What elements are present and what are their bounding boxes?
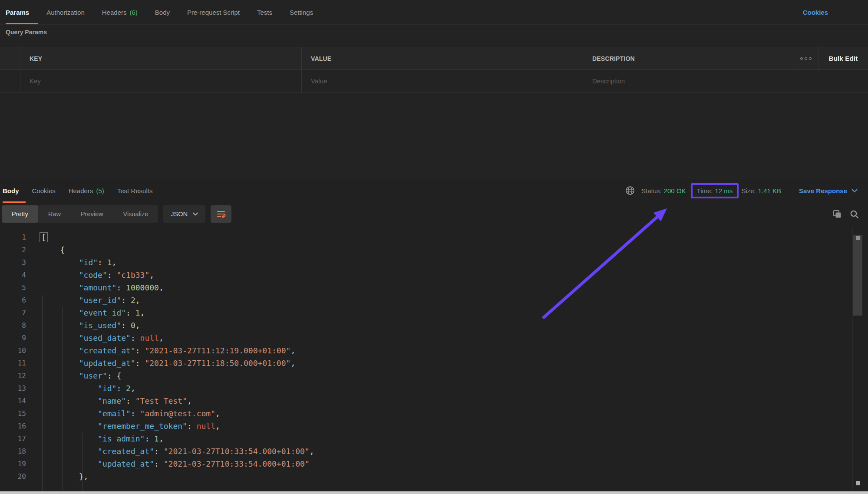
save-response-button[interactable]: Save Response: [799, 187, 858, 194]
code-line[interactable]: 17 "is_admin": 1,: [0, 432, 868, 445]
window-bottom-edge: [0, 491, 868, 494]
view-tab-visualize[interactable]: Visualize: [113, 205, 158, 223]
param-select-column-header: [0, 47, 20, 70]
line-number: 8: [0, 319, 26, 332]
line-number: 3: [0, 256, 26, 269]
code-line[interactable]: 19 "updated_at": "2021-03-27T10:33:54.00…: [0, 458, 868, 470]
code-line[interactable]: 13 "id": 2,: [0, 382, 868, 395]
network-globe-icon[interactable]: [625, 185, 635, 196]
line-number: 18: [0, 445, 26, 458]
response-body-editor[interactable]: 1[2 {3 "id": 1,4 "code": "c1b33",5 "amou…: [0, 225, 868, 491]
code-line[interactable]: 14 "name": "Test Test",: [0, 395, 868, 407]
param-key-input[interactable]: [20, 77, 301, 85]
request-tabs: Params Authorization Headers (6) Body Pr…: [0, 0, 322, 24]
tab-settings[interactable]: Settings: [281, 0, 322, 24]
params-more-options-button[interactable]: [793, 47, 818, 70]
response-headers-count-badge: (5): [96, 187, 104, 194]
response-pane: Body Cookies Headers (5) Test Results: [0, 178, 868, 494]
code-line[interactable]: 9 "used_date": null,: [0, 332, 868, 344]
param-description-input[interactable]: [583, 77, 868, 85]
copy-icon[interactable]: [832, 209, 842, 219]
param-row-select-cell[interactable]: [0, 70, 20, 92]
more-options-icon: [800, 57, 812, 60]
wrap-text-icon: [216, 209, 226, 219]
code-line[interactable]: 5 "amount": 1000000,: [0, 281, 868, 294]
response-tab-cookies-label: Cookies: [32, 187, 56, 194]
line-number: 12: [0, 369, 26, 382]
code-text: "name": "Test Test",: [26, 395, 192, 407]
response-tab-cookies[interactable]: Cookies: [26, 178, 62, 203]
code-text: "used_date": null,: [26, 332, 164, 344]
code-text: "user": {: [26, 369, 121, 382]
code-text: "code": "c1b33",: [26, 269, 154, 281]
code-line[interactable]: 3 "id": 1,: [0, 256, 868, 269]
request-tab-bar: Params Authorization Headers (6) Body Pr…: [0, 0, 868, 25]
view-tab-pretty[interactable]: Pretty: [2, 205, 38, 223]
param-value-cell: [302, 70, 583, 92]
tab-pre-request-script[interactable]: Pre-request Script: [178, 0, 248, 24]
line-number: 14: [0, 395, 26, 407]
column-header-key: KEY: [20, 47, 302, 70]
tab-body[interactable]: Body: [146, 0, 178, 24]
code-text: "is_admin": 1,: [26, 432, 164, 445]
code-line[interactable]: 11 "updated_at": "2021-03-27T11:18:50.00…: [0, 357, 868, 369]
size-label: Size:: [741, 187, 756, 194]
code-lines: 1[2 {3 "id": 1,4 "code": "c1b33",5 "amou…: [0, 225, 868, 483]
code-text: "remember_me_token": null,: [26, 420, 220, 432]
code-line[interactable]: 1[: [0, 231, 868, 244]
response-tab-body[interactable]: Body: [3, 178, 26, 203]
code-text: },: [26, 470, 88, 483]
column-header-value: VALUE: [302, 47, 583, 70]
search-icon[interactable]: [849, 209, 859, 219]
wrap-text-button[interactable]: [211, 205, 231, 223]
response-header: Body Cookies Headers (5) Test Results: [0, 178, 868, 203]
code-line[interactable]: 6 "user_id": 2,: [0, 294, 868, 306]
code-line[interactable]: 8 "is_used": 0,: [0, 319, 868, 332]
tab-headers[interactable]: Headers (6): [93, 0, 146, 24]
code-line[interactable]: 7 "event_id": 1,: [0, 306, 868, 319]
tab-params[interactable]: Params: [6, 0, 38, 24]
tab-tests[interactable]: Tests: [248, 0, 281, 24]
meta-divider: [790, 185, 790, 196]
tab-pre-request-script-label: Pre-request Script: [187, 9, 240, 16]
tab-authorization[interactable]: Authorization: [38, 0, 93, 24]
code-line[interactable]: 12 "user": {: [0, 369, 868, 382]
size-value: 1.41 KB: [758, 187, 781, 194]
response-tools: [832, 209, 859, 219]
response-meta: Status: 200 OK Time: 12 ms Size: 1.41 KB…: [625, 183, 858, 198]
code-text: "user_id": 2,: [26, 294, 140, 306]
tab-authorization-label: Authorization: [46, 9, 85, 16]
code-line[interactable]: 20 },: [0, 470, 868, 483]
code-line[interactable]: 10 "created_at": "2021-03-27T11:12:19.00…: [0, 344, 868, 357]
response-tab-test-results[interactable]: Test Results: [111, 178, 159, 203]
scrollbar-thumb[interactable]: [853, 235, 862, 316]
bulk-edit-button[interactable]: Bulk Edit: [818, 47, 868, 70]
format-dropdown[interactable]: JSON: [163, 205, 205, 223]
indent-guide: [62, 307, 63, 491]
status-label: Status:: [641, 187, 662, 194]
view-tab-raw[interactable]: Raw: [38, 205, 71, 223]
view-tab-preview[interactable]: Preview: [71, 205, 113, 223]
tab-headers-label: Headers: [102, 9, 127, 16]
code-line[interactable]: 16 "remember_me_token": null,: [0, 420, 868, 432]
indent-guide: [42, 295, 43, 491]
line-number: 6: [0, 294, 26, 306]
code-line[interactable]: 18 "created_at": "2021-03-27T10:33:54.00…: [0, 445, 868, 458]
response-tab-test-results-label: Test Results: [117, 187, 153, 194]
view-tab-pretty-label: Pretty: [12, 211, 28, 217]
line-number: 16: [0, 420, 26, 432]
line-number: 13: [0, 382, 26, 395]
indent-guide: [83, 433, 83, 491]
param-value-input[interactable]: [302, 77, 583, 85]
line-number: 2: [0, 244, 26, 256]
response-tab-headers[interactable]: Headers (5): [62, 178, 111, 203]
scroll-bottom-grip[interactable]: [856, 481, 860, 485]
code-text: "event_id": 1,: [26, 306, 145, 319]
line-number: 5: [0, 281, 26, 294]
code-line[interactable]: 2 {: [0, 244, 868, 256]
code-line[interactable]: 4 "code": "c1b33",: [0, 269, 868, 281]
format-dropdown-value: JSON: [171, 211, 188, 217]
cookies-link[interactable]: Cookies: [803, 0, 828, 24]
line-number: 1: [0, 231, 26, 244]
code-line[interactable]: 15 "email": "admin@test.com",: [0, 407, 868, 420]
